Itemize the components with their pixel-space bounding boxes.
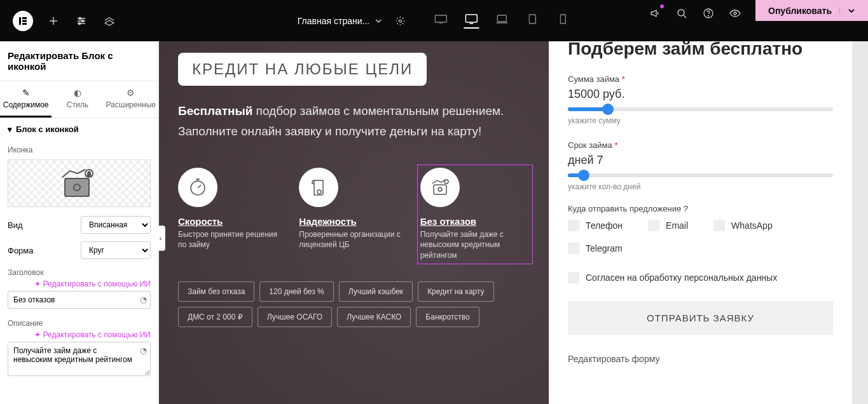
pencil-icon: ✎ (3, 88, 49, 98)
svg-point-24 (708, 15, 709, 16)
gear-icon: ⚙ (106, 88, 156, 98)
sidebar-tabs: ✎Содержимое ◐Стиль ⚙Расширенные (0, 81, 158, 118)
tag-item[interactable]: ДМС от 2 000 ₽ (178, 307, 252, 327)
option-whatsapp[interactable]: WhatsApp (713, 220, 773, 231)
toolbar-center: Главная страни... (298, 13, 570, 29)
tag-item[interactable]: 120 дней без % (259, 281, 333, 302)
svg-rect-19 (529, 15, 535, 24)
publish-chevron-icon[interactable] (839, 7, 855, 15)
tag-item[interactable]: Займ без отказа (178, 281, 254, 302)
amount-value: 15000 руб. (568, 88, 833, 101)
publish-label: Опубликовать (768, 6, 832, 16)
top-toolbar: Главная страни... Опубликовать (0, 0, 868, 41)
term-label: Срок займа * (568, 140, 833, 150)
tab-advanced[interactable]: ⚙Расширенные (104, 81, 159, 118)
send-label: Куда отправить предложение ? (568, 204, 833, 213)
settings-sliders-icon[interactable] (74, 13, 89, 29)
sidebar-collapse-handle[interactable]: ‹ (156, 226, 165, 251)
icon-box-no-refusal[interactable]: Без отказов Получайте займ даже с невысо… (420, 168, 530, 261)
ai-edit-heading[interactable]: ✦ Редактировать с помощью ИИ (0, 279, 158, 291)
tag-item[interactable]: Кредит на карту (418, 281, 493, 302)
svg-point-7 (79, 17, 81, 19)
icon-box-reliability[interactable]: Надежность Проверенные организации с лиц… (299, 168, 408, 261)
option-telegram[interactable]: Telegram (568, 243, 623, 254)
preview-icon[interactable] (727, 6, 743, 21)
svg-point-37 (438, 187, 442, 191)
tab-style[interactable]: ◐Стиль (52, 81, 103, 118)
label-description: Описание (0, 314, 158, 330)
scrollbar[interactable] (852, 41, 868, 404)
device-laptop-icon[interactable] (494, 13, 509, 29)
svg-point-21 (678, 10, 684, 16)
tag-item[interactable]: Лучшее КАСКО (337, 307, 411, 327)
toolbar-right: Опубликовать (635, 0, 868, 21)
hero-description: Бесплатный подбор займов с моментальным … (178, 101, 530, 142)
publish-button[interactable]: Опубликовать (755, 0, 868, 21)
consent-checkbox[interactable]: Согласен на обработку персональных данны… (568, 272, 833, 283)
submit-button[interactable]: ОТПРАВИТЬ ЗАЯВКУ (568, 301, 833, 335)
select-view[interactable]: Вписанная (81, 216, 151, 234)
editor-sidebar: Редактировать Блок с иконкой ✎Содержимое… (0, 41, 159, 404)
svg-rect-3 (22, 23, 27, 25)
tag-item[interactable]: Лучшее ОСАГО (258, 307, 332, 327)
device-desktop-icon[interactable] (464, 13, 479, 29)
form-section: Подберем займ бесплатно Сумма займа * 15… (549, 41, 852, 404)
svg-rect-2 (22, 20, 27, 22)
svg-rect-1 (22, 17, 27, 19)
page-settings-icon[interactable] (392, 13, 408, 29)
term-value: дней 7 (568, 154, 833, 167)
term-slider[interactable] (568, 173, 833, 177)
page-name: Главная страни... (298, 16, 369, 26)
tab-content[interactable]: ✎Содержимое (0, 81, 52, 118)
tag-item[interactable]: Банкротство (416, 307, 479, 327)
svg-point-25 (734, 12, 736, 15)
svg-point-35 (317, 190, 321, 194)
icon-preview[interactable]: $ (8, 159, 151, 207)
label-heading: Заголовок (0, 263, 158, 279)
select-shape[interactable]: Круг (81, 241, 151, 259)
chevron-down-icon (375, 17, 382, 25)
wallet-icon (420, 168, 460, 207)
contrast-icon: ◐ (54, 88, 100, 98)
search-icon[interactable] (674, 6, 689, 21)
svg-line-22 (684, 15, 686, 18)
announcement-icon[interactable] (647, 6, 663, 21)
help-icon[interactable] (701, 6, 716, 21)
tag-item[interactable]: Лучший кэшбек (339, 281, 413, 302)
icon-boxes-row: Скорость Быстрое принятие решения по зай… (178, 168, 530, 261)
svg-rect-20 (560, 15, 565, 24)
ai-edit-description[interactable]: ✦ Редактировать с помощью ИИ (0, 330, 158, 342)
speed-icon (178, 168, 217, 207)
textarea-description[interactable] (8, 342, 151, 376)
section-icon-box: ▾ Блок с иконкой (0, 118, 158, 140)
form-title: Подберем займ бесплатно (568, 41, 833, 59)
svg-rect-26 (65, 178, 89, 196)
hero-badge: КРЕДИТ НА ЛЮБЫЕ ЦЕЛИ (178, 53, 427, 86)
icon-box-speed[interactable]: Скорость Быстрое принятие решения по зай… (178, 168, 287, 261)
toolbar-left (0, 11, 117, 31)
device-widescreen-icon[interactable] (433, 13, 448, 29)
sidebar-title: Редактировать Блок с иконкой (0, 41, 158, 81)
device-tablet-icon[interactable] (525, 13, 540, 29)
add-element-icon[interactable] (46, 13, 61, 29)
option-email[interactable]: Email (648, 220, 688, 231)
term-hint: укажите кол-во дней (568, 182, 833, 191)
edit-form-link[interactable]: Редактировать форму (568, 354, 833, 364)
page-selector[interactable]: Главная страни... (298, 16, 382, 26)
dynamic-tag-icon[interactable]: ◔ (140, 295, 147, 304)
structure-icon[interactable] (102, 13, 117, 29)
device-mobile-icon[interactable] (555, 13, 570, 29)
option-phone[interactable]: Телефон (568, 220, 623, 231)
svg-point-12 (399, 20, 401, 22)
input-heading[interactable] (8, 291, 151, 309)
device-switcher (433, 13, 570, 29)
canvas-area: КРЕДИТ НА ЛЮБЫЕ ЦЕЛИ Бесплатный подбор з… (159, 41, 868, 404)
canvas[interactable]: КРЕДИТ НА ЛЮБЫЕ ЦЕЛИ Бесплатный подбор з… (159, 41, 852, 404)
dynamic-tag-icon[interactable]: ◔ (140, 346, 147, 355)
elementor-logo[interactable] (13, 11, 33, 31)
amount-slider[interactable] (568, 107, 833, 111)
section-toggle[interactable]: ▾ Блок с иконкой (8, 125, 151, 134)
svg-point-9 (82, 20, 84, 22)
svg-text:$: $ (87, 171, 90, 177)
svg-rect-0 (19, 17, 21, 25)
